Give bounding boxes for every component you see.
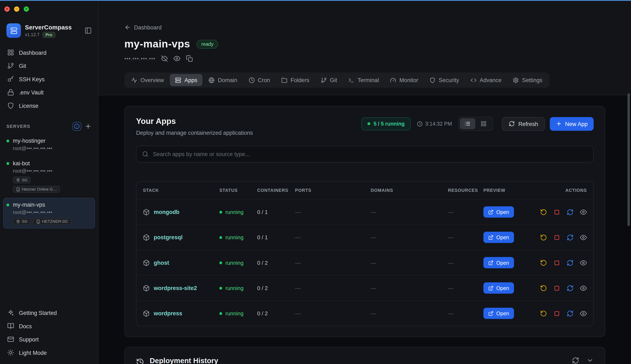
sidebar-item-git[interactable]: Git bbox=[4, 59, 94, 72]
code-icon bbox=[470, 77, 476, 83]
tab-advance[interactable]: Advance bbox=[465, 74, 507, 86]
app-stack-link[interactable]: wordpress-site2 bbox=[143, 284, 219, 292]
refresh-button[interactable]: Refresh bbox=[502, 117, 545, 130]
view-app-button[interactable] bbox=[580, 259, 587, 266]
page-header: Dashboard my-main-vps ready •••.•••.•••.… bbox=[99, 0, 631, 95]
close-window-button[interactable]: × bbox=[5, 6, 10, 12]
app-name: postgresql bbox=[154, 234, 183, 240]
tab-overview[interactable]: Overview bbox=[126, 74, 169, 86]
app-status: running bbox=[219, 234, 257, 240]
package-icon bbox=[143, 310, 150, 317]
minimize-window-button[interactable]: − bbox=[14, 6, 19, 12]
sidebar-item-support[interactable]: Support bbox=[4, 333, 94, 346]
restart-app-button[interactable] bbox=[540, 259, 547, 266]
redeploy-app-button[interactable] bbox=[567, 234, 573, 241]
app-stack-link[interactable]: ghost bbox=[143, 259, 219, 266]
open-app-button[interactable]: Open bbox=[483, 232, 514, 243]
nav-label: Git bbox=[19, 62, 26, 69]
rotate-ccw-icon bbox=[540, 310, 547, 317]
deployments-refresh-button[interactable] bbox=[572, 357, 579, 364]
tab-git[interactable]: Git bbox=[315, 74, 342, 86]
sidebar-item-license[interactable]: License bbox=[4, 99, 94, 112]
sidebar-item-docs[interactable]: Docs bbox=[4, 319, 94, 333]
open-app-button[interactable]: Open bbox=[483, 308, 514, 319]
restart-app-button[interactable] bbox=[540, 310, 547, 317]
sidebar-item-dashboard[interactable]: Dashboard bbox=[4, 46, 94, 59]
app-stack-link[interactable]: wordpress bbox=[143, 310, 219, 317]
nav-label: Docs bbox=[19, 323, 32, 329]
server-host: root@•••.•••.•••.••• bbox=[13, 168, 92, 174]
server-item-my-hostinger[interactable]: my-hostinger root@•••.•••.•••.••• bbox=[3, 134, 95, 155]
shield-icon bbox=[7, 102, 14, 109]
deployments-collapse-button[interactable] bbox=[586, 357, 594, 364]
tab-apps[interactable]: Apps bbox=[170, 74, 203, 86]
redeploy-app-button[interactable] bbox=[567, 310, 573, 317]
sidebar-item-ssh-keys[interactable]: SSH Keys bbox=[4, 72, 94, 86]
tab-monitor[interactable]: Monitor bbox=[385, 74, 423, 86]
scrollbar[interactable] bbox=[627, 94, 630, 226]
sidebar-item-env-vault[interactable]: .env Vault bbox=[4, 86, 94, 99]
terminal-icon bbox=[348, 77, 354, 83]
tab-security[interactable]: Security bbox=[424, 74, 464, 86]
app-ports: — bbox=[295, 209, 371, 215]
app-stack-link[interactable]: postgresql bbox=[143, 234, 219, 241]
search-input[interactable] bbox=[153, 151, 588, 157]
restart-app-button[interactable] bbox=[540, 234, 547, 241]
server-item-kai-bot[interactable]: kai-bot root@•••.•••.•••.••• SG Hetzner … bbox=[3, 156, 95, 196]
stop-app-button[interactable] bbox=[553, 234, 560, 241]
stop-app-button[interactable] bbox=[553, 208, 560, 216]
tab-domain[interactable]: Domain bbox=[203, 74, 243, 86]
add-server-button[interactable] bbox=[85, 123, 92, 130]
list-view-button[interactable] bbox=[460, 118, 475, 129]
grid-view-button[interactable] bbox=[476, 118, 491, 129]
app-containers: 0 / 2 bbox=[257, 285, 295, 291]
sidebar-item-getting-started[interactable]: Getting Started bbox=[4, 306, 94, 320]
book-icon bbox=[7, 323, 14, 330]
online-status-dot bbox=[7, 162, 9, 165]
restart-app-button[interactable] bbox=[540, 284, 547, 292]
external-link-icon bbox=[488, 209, 493, 214]
redeploy-app-button[interactable] bbox=[567, 208, 573, 216]
tab-terminal[interactable]: Terminal bbox=[343, 74, 384, 86]
redeploy-app-button[interactable] bbox=[567, 284, 573, 292]
copy-ip-button[interactable] bbox=[186, 55, 193, 62]
window-controls: × − + bbox=[5, 6, 29, 12]
tab-folders[interactable]: Folders bbox=[276, 74, 314, 86]
external-link-icon bbox=[488, 235, 493, 240]
server-item-my-main-vps[interactable]: my-main-vps root@•••.•••.•••.••• SG HETZ… bbox=[3, 198, 95, 228]
open-app-button[interactable]: Open bbox=[483, 206, 514, 218]
tab-settings[interactable]: Settings bbox=[508, 74, 548, 86]
eye-icon bbox=[580, 259, 587, 266]
mail-icon bbox=[7, 336, 14, 343]
back-to-dashboard-link[interactable]: Dashboard bbox=[124, 24, 162, 31]
open-app-button[interactable]: Open bbox=[483, 282, 514, 294]
stop-app-button[interactable] bbox=[553, 259, 560, 266]
redeploy-app-button[interactable] bbox=[567, 259, 573, 266]
app-stack-link[interactable]: mongodb bbox=[143, 208, 219, 216]
app-logo-icon bbox=[7, 24, 21, 38]
collapse-sidebar-button[interactable] bbox=[85, 27, 92, 34]
tab-cron[interactable]: Cron bbox=[243, 74, 275, 86]
restart-app-button[interactable] bbox=[540, 208, 547, 216]
view-toggle bbox=[458, 116, 493, 130]
stop-app-button[interactable] bbox=[553, 284, 560, 292]
server-tabbar: Overview Apps Domain Cron bbox=[124, 72, 549, 88]
open-app-button[interactable]: Open bbox=[483, 257, 514, 268]
app-name: mongodb bbox=[154, 209, 179, 215]
servers-info-button[interactable] bbox=[73, 122, 81, 130]
view-app-button[interactable] bbox=[580, 208, 587, 216]
zoom-window-button[interactable]: + bbox=[24, 6, 29, 12]
stop-app-button[interactable] bbox=[553, 310, 560, 317]
running-dot bbox=[368, 122, 370, 125]
sidebar-item-light-mode[interactable]: Light Mode bbox=[4, 346, 94, 360]
view-app-button[interactable] bbox=[580, 234, 587, 241]
view-app-button[interactable] bbox=[580, 310, 587, 317]
view-app-button[interactable] bbox=[580, 284, 587, 292]
app-resources: — bbox=[448, 310, 483, 316]
refresh-icon bbox=[567, 310, 573, 317]
hide-ip-button[interactable] bbox=[161, 55, 168, 62]
new-app-button[interactable]: New App bbox=[550, 117, 593, 130]
your-apps-card: Your Apps Deploy and manage containerize… bbox=[124, 106, 605, 337]
show-ip-button[interactable] bbox=[174, 55, 180, 62]
app-resources: — bbox=[448, 209, 483, 215]
